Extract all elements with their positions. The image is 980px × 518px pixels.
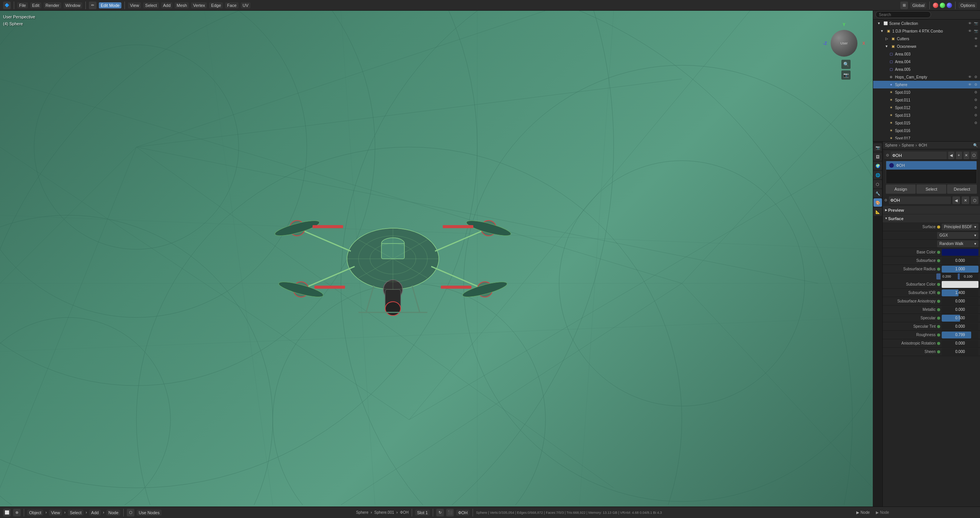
deselect-button[interactable]: Deselect (947, 185, 977, 194)
vis-extra[interactable]: ⚙ (973, 82, 978, 87)
face-menu[interactable]: Face (225, 2, 238, 8)
material-unlink-btn[interactable]: ✕ (964, 152, 970, 159)
3d-viewport[interactable]: User Perspective (4) Sphere User X Y -Z … (0, 11, 873, 507)
outliner-spot013[interactable]: ☀ Spot.013 ⚙ (873, 111, 980, 119)
specular-tint-slider[interactable]: 0.000 (942, 323, 978, 330)
breadcrumb-fon[interactable]: ФОН (918, 143, 927, 147)
refresh-icon[interactable]: ↻ (436, 509, 444, 516)
outliner-dji-collection[interactable]: ▼ ▣ 1 DJI Phantom 4 RTK Combo 👁 📷 (873, 27, 980, 35)
vis-extra[interactable]: ⚙ (973, 90, 978, 95)
add-menu[interactable]: Add (161, 2, 173, 8)
vis-extra[interactable]: ⚙ (973, 97, 978, 103)
sheen-slider[interactable]: 0.000 (942, 348, 978, 355)
outliner-spot011[interactable]: ☀ Spot.011 ⚙ (873, 96, 980, 104)
slot-label[interactable]: Slot 1 (415, 510, 430, 516)
vis-render[interactable]: 👁 (967, 74, 972, 80)
view-menu[interactable]: View (128, 2, 141, 8)
vis-render[interactable]: 👁 (967, 28, 972, 34)
vis-render[interactable]: 👁 (973, 36, 978, 41)
transform-icon[interactable]: ⊞ (900, 2, 908, 9)
outliner-sphere[interactable]: ● Sphere 👁 ⚙ (873, 81, 980, 88)
select-menu[interactable]: Select (143, 2, 159, 8)
render-tab[interactable]: 📷 (874, 143, 882, 152)
preview-section-header[interactable]: ▶ Preview (883, 206, 980, 214)
blender-logo[interactable]: 🔷 (3, 2, 11, 9)
vis-viewport[interactable]: 📷 (973, 28, 978, 34)
vis-extra[interactable]: ⚙ (973, 74, 978, 80)
scene-tab[interactable]: 🌍 (874, 162, 882, 170)
select-button[interactable]: Select (916, 185, 946, 194)
outliner-spot012[interactable]: ☀ Spot.012 ⚙ (873, 104, 980, 111)
outliner-scene-collection[interactable]: ▼ ⬜ Scene Collection 👁 📷 (873, 20, 980, 27)
nav-y-axis[interactable]: Y (843, 22, 845, 27)
select-label-status[interactable]: Select (68, 510, 83, 516)
mat-slot-fon[interactable]: ФОН (886, 161, 977, 170)
mode-icon[interactable]: ✏ (89, 2, 97, 9)
subsurface-r-blue[interactable]: 0.100 (958, 273, 978, 279)
mat-ref-input[interactable] (889, 196, 951, 204)
mat-ref-browse[interactable]: ◀ (952, 196, 960, 204)
mat-ref-unlink[interactable]: ✕ (962, 196, 969, 204)
global-label[interactable]: Global (910, 2, 926, 8)
camera-icon[interactable]: 📷 (841, 70, 851, 80)
base-color-swatch[interactable] (942, 249, 978, 256)
edit-menu[interactable]: Edit (30, 2, 41, 8)
view-label[interactable]: View (49, 510, 62, 516)
uv-menu[interactable]: UV (241, 2, 250, 8)
subsurface-ior-slider[interactable]: 1.400 (942, 289, 978, 296)
use-nodes-label[interactable]: Use Nodes (137, 510, 161, 516)
outliner-cutters[interactable]: ▷ ▣ Cutters 👁 (873, 35, 980, 42)
mesh-menu[interactable]: Mesh (175, 2, 189, 8)
subsurface-method-dropdown[interactable]: Random Walk ▾ (937, 240, 978, 247)
edit-mode-label[interactable]: Edit Mode (99, 2, 122, 8)
material-browse-btn[interactable]: ◀ (948, 152, 954, 159)
layout-icon[interactable]: ⬛ (446, 509, 454, 516)
world-tab[interactable]: 🌐 (874, 171, 882, 179)
subsurface-radius-slider[interactable]: 1.000 (942, 266, 978, 273)
breadcrumb-sphere2[interactable]: Sphere (902, 143, 914, 147)
material-tab[interactable]: 🎨 (874, 198, 882, 207)
data-tab[interactable]: 📐 (874, 208, 882, 216)
vis-render[interactable]: 👁 (967, 82, 972, 87)
vis-viewport[interactable]: 📷 (973, 21, 978, 26)
vertex-menu[interactable]: Vertex (191, 2, 207, 8)
object-tab[interactable]: ⬡ (874, 180, 882, 188)
object-label[interactable]: Object (27, 510, 43, 516)
outliner-spot017[interactable]: ☀ Spot.017 (873, 134, 980, 139)
window-menu[interactable]: Window (64, 2, 82, 8)
use-nodes-icon[interactable]: ⬡ (127, 509, 134, 516)
render-menu[interactable]: Render (44, 2, 61, 8)
subsurface-color-swatch[interactable] (942, 281, 978, 288)
material-new-btn[interactable]: + (956, 152, 962, 159)
vis-extra[interactable]: ⚙ (973, 113, 978, 118)
outliner-hops[interactable]: ⊕ Hops_Cam_Empty 👁 ⚙ (873, 73, 980, 81)
mat-ref-fake[interactable]: ⬡ (971, 196, 978, 204)
outliner-oscolenia[interactable]: ▼ ▣ Осколения 👁 (873, 42, 980, 50)
specular-slider[interactable]: 0.500 (942, 315, 978, 322)
metallic-slider[interactable]: 0.000 (942, 306, 978, 313)
modifier-tab[interactable]: 🔧 (874, 189, 882, 198)
fon-label-bottom[interactable]: ФОН (456, 510, 470, 516)
file-menu[interactable]: File (17, 2, 28, 8)
material-fake-btn[interactable]: ⬡ (971, 152, 977, 159)
roughness-slider[interactable]: 0.799 (942, 332, 978, 338)
outliner-area003[interactable]: ▢ Area.003 (873, 50, 980, 58)
material-name-input[interactable] (891, 152, 947, 159)
subsurface-r-green[interactable]: 0.200 (936, 273, 957, 279)
vis-render[interactable]: 👁 (973, 44, 978, 49)
outliner-area004[interactable]: ▢ Area.004 (873, 58, 980, 65)
anisotropic-rotation-slider[interactable]: 0.000 (942, 340, 978, 347)
add-label[interactable]: Add (89, 510, 101, 516)
outliner-area005[interactable]: ▢ Area.005 (873, 65, 980, 73)
subsurface-slider[interactable]: 0.000 (942, 257, 978, 264)
zoom-in-icon[interactable]: 🔍 (841, 60, 851, 69)
assign-button[interactable]: Assign (886, 185, 916, 194)
vis-extra[interactable]: ⚙ (973, 120, 978, 126)
node-indicator[interactable]: ▶ Node (856, 510, 870, 515)
breadcrumb-sphere1[interactable]: Sphere (885, 143, 897, 147)
outliner-spot015[interactable]: ☀ Spot.015 ⚙ (873, 119, 980, 127)
subsurface-anisotropy-slider[interactable]: 0.000 (942, 298, 978, 305)
outliner-spot016[interactable]: ☀ Spot.016 (873, 127, 980, 134)
vis-render[interactable]: 👁 (967, 21, 972, 26)
vis-extra[interactable]: ⚙ (973, 105, 978, 110)
